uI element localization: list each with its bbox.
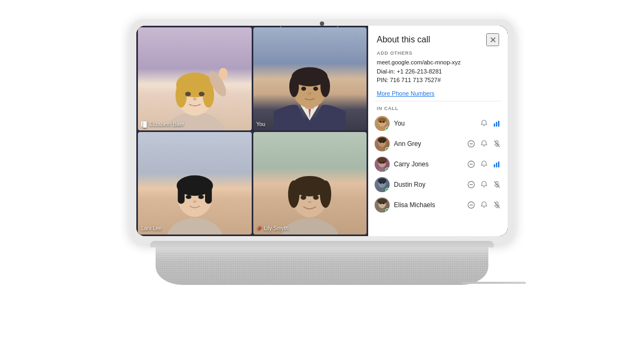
- bell-icon-ann[interactable]: [480, 140, 488, 148]
- svg-point-48: [380, 141, 382, 143]
- google-nest-hub-device: ▐▌ Elizabeth Baer: [113, 18, 531, 319]
- svg-point-77: [377, 199, 387, 204]
- svg-point-16: [302, 86, 306, 91]
- avatar-carry: [375, 157, 390, 172]
- add-others-label: ADD OTHERS: [368, 50, 508, 58]
- pin: PIN: 716 711 713 7527#: [377, 76, 499, 85]
- svg-rect-24: [205, 186, 212, 204]
- svg-point-8: [193, 98, 196, 100]
- dial-in: Dial-in: +1 226-213-8281: [377, 67, 499, 76]
- svg-point-59: [383, 162, 385, 163]
- bell-icon-dustin[interactable]: [480, 180, 488, 189]
- svg-point-17: [313, 86, 318, 91]
- audio-bars-icon-carry: [493, 160, 501, 169]
- participant-name-elisa: Elisa Michaels: [394, 201, 463, 209]
- svg-point-58: [380, 162, 382, 163]
- svg-point-67: [378, 178, 386, 184]
- video-label-elizabeth: ▐▌ Elizabeth Baer: [141, 121, 184, 127]
- participant-row-elisa: Elisa Michaels: [368, 195, 508, 215]
- divider: [375, 101, 501, 101]
- svg-rect-42: [494, 123, 495, 127]
- mic-off-icon-ann[interactable]: [493, 140, 501, 148]
- svg-rect-44: [498, 121, 500, 127]
- remove-icon-ann[interactable]: [467, 140, 475, 148]
- svg-point-57: [377, 157, 387, 164]
- base-fabric-texture: [156, 252, 488, 285]
- mic-off-icon-dustin[interactable]: [493, 180, 501, 189]
- svg-point-36: [308, 201, 311, 203]
- participant-row-carry: Carry Jones: [368, 154, 508, 174]
- svg-point-5: [203, 83, 214, 108]
- remove-icon-elisa[interactable]: [467, 201, 475, 209]
- svg-point-6: [185, 92, 191, 96]
- participants-list: You: [368, 113, 508, 237]
- more-phones-link[interactable]: More Phone Numbers: [368, 89, 508, 101]
- video-cell-you: You: [253, 27, 367, 130]
- about-call-panel: About this call ✕ ADD OTHERS meet.google…: [368, 26, 508, 236]
- svg-point-4: [175, 83, 187, 108]
- svg-point-28: [280, 218, 339, 235]
- video-cell-elizabeth: ▐▌ Elizabeth Baer: [138, 27, 252, 130]
- svg-point-69: [383, 182, 385, 184]
- svg-point-49: [383, 141, 385, 143]
- participant-name-you: You: [394, 120, 475, 127]
- avatar-elisa: [375, 197, 390, 213]
- participant-actions-dustin: [467, 180, 501, 189]
- participant-actions-elisa: [467, 201, 501, 209]
- svg-point-19: [166, 218, 223, 235]
- svg-point-18: [308, 92, 312, 94]
- bell-icon-carry[interactable]: [480, 160, 488, 169]
- svg-point-25: [186, 195, 192, 199]
- svg-point-78: [380, 202, 382, 204]
- close-icon: ✕: [489, 35, 496, 45]
- in-call-label: IN CALL: [368, 104, 508, 113]
- svg-point-79: [383, 202, 385, 204]
- participant-name-dustin: Dustin Roy: [394, 181, 463, 188]
- svg-rect-64: [498, 162, 500, 167]
- avatar-dustin: [375, 177, 390, 192]
- participant-actions-ann: [467, 140, 501, 148]
- participant-row-dustin: Dustin Roy: [368, 174, 508, 195]
- svg-point-35: [313, 195, 319, 200]
- svg-point-41: [383, 121, 385, 122]
- svg-point-26: [198, 195, 204, 199]
- participant-actions-you: [480, 119, 501, 128]
- screen: ▐▌ Elizabeth Baer: [136, 26, 508, 236]
- svg-point-10: [218, 68, 228, 79]
- online-dot-carry: [385, 167, 390, 172]
- participant-row-you: You: [368, 113, 508, 134]
- video-grid: ▐▌ Elizabeth Baer: [136, 26, 368, 236]
- participant-row-ann: Ann Grey: [368, 134, 508, 154]
- video-cell-lily: 📌 Lily Smyth: [253, 132, 367, 235]
- svg-point-34: [301, 195, 306, 200]
- online-dot-elisa: [385, 208, 390, 213]
- participant-name-carry: Carry Jones: [394, 160, 463, 168]
- video-label-you: You: [257, 121, 266, 127]
- panel-title: About this call: [377, 35, 430, 45]
- avatar-ann: [375, 136, 390, 151]
- device-screen-bezel: ▐▌ Elizabeth Baer: [129, 18, 515, 244]
- base-body: [156, 247, 488, 285]
- bell-icon-you[interactable]: [480, 119, 488, 128]
- svg-rect-63: [496, 163, 497, 167]
- svg-rect-23: [178, 186, 185, 204]
- meet-link: meet.google.com/abc-mnop-xyz: [377, 58, 499, 67]
- online-dot-you: [385, 127, 390, 131]
- svg-point-33: [320, 180, 331, 208]
- svg-point-39: [378, 118, 386, 123]
- remove-icon-dustin[interactable]: [467, 180, 475, 189]
- online-dot-dustin: [385, 188, 390, 192]
- svg-point-68: [380, 182, 382, 184]
- online-dot-ann: [385, 147, 390, 151]
- mic-off-icon-elisa[interactable]: [493, 201, 501, 209]
- svg-point-32: [288, 180, 299, 208]
- participant-actions-carry: [467, 160, 501, 169]
- base-top-edge: [150, 241, 494, 247]
- remove-icon-carry[interactable]: [467, 160, 475, 169]
- svg-point-27: [193, 200, 196, 202]
- close-button[interactable]: ✕: [486, 33, 499, 46]
- svg-rect-43: [496, 122, 497, 127]
- svg-point-7: [199, 92, 204, 96]
- device-base: [150, 241, 494, 295]
- bell-icon-elisa[interactable]: [480, 201, 488, 209]
